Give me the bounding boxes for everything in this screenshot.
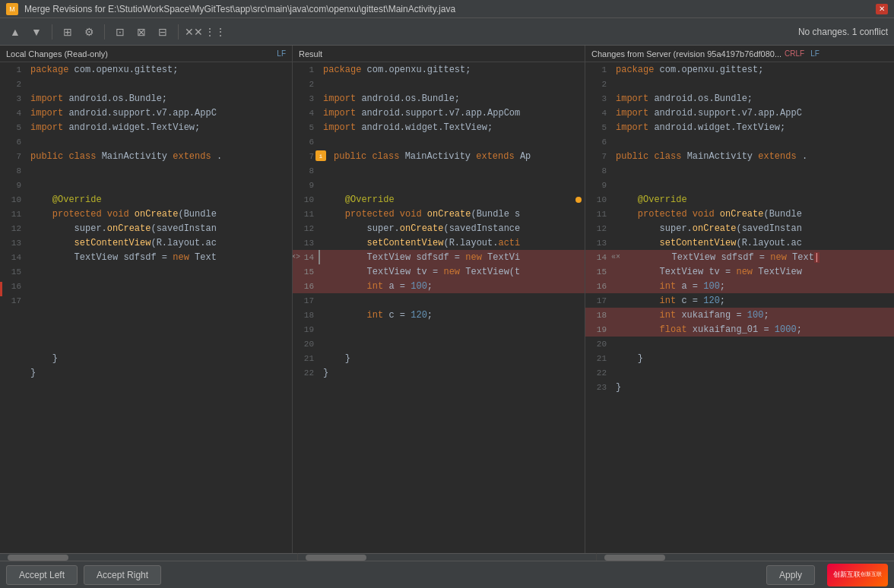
table-row: } (0, 365, 292, 380)
table-row: 9 (585, 178, 894, 192)
table-row: 17 (293, 293, 585, 308)
table-row: 8 (293, 163, 585, 178)
center-scrollbar-thumb[interactable] (306, 555, 366, 561)
table-row: 22 (585, 365, 894, 380)
table-row (0, 308, 292, 322)
table-row: 11 protected void onCreate(Bundle s (293, 207, 585, 221)
watermark: 创新互联 创新互联 (827, 564, 888, 586)
right-panel[interactable]: 1 package com.openxu.gittest; 2 3 import… (585, 62, 894, 553)
toolbar: ▲ ▼ ⊞ ⚙ ⊡ ⊠ ⊟ ✕✕ ⋮⋮ No changes. 1 confli… (0, 18, 894, 46)
button-a[interactable]: ⊡ (111, 23, 129, 41)
table-row: 6 (0, 134, 292, 149)
table-row: 4 import android.support.v7.app.AppCom (293, 106, 585, 120)
button-e[interactable]: ⋮⋮ (206, 23, 224, 41)
toggle-view-button[interactable]: ⊞ (59, 23, 77, 41)
conflict-marker-left: ×> (293, 253, 300, 261)
prev-change-button[interactable]: ▲ (6, 23, 24, 41)
left-scrollbar[interactable] (0, 553, 298, 561)
close-button[interactable]: ✕ (876, 4, 888, 14)
table-row: 22 } (293, 365, 585, 380)
table-row: 15 TextView tv = new TextView (585, 264, 894, 279)
title-bar: M Merge Revisions for E:\StutioWorkSpace… (0, 0, 894, 18)
table-row (0, 322, 292, 337)
apply-button[interactable]: Apply (766, 565, 815, 585)
left-panel-badge: LF (277, 49, 286, 58)
table-row: 11 protected void onCreate(Bundle (0, 207, 292, 221)
right-panel-title: Changes from Server (revision 95a4197b76… (591, 49, 781, 58)
table-row: 7 public class MainActivity extends . (0, 149, 292, 163)
table-row: } (0, 351, 292, 365)
table-row: 14 «× TextView sdfsdf = new Text| (585, 250, 894, 264)
left-column-header: Local Changes (Read-only) LF (0, 46, 293, 62)
table-row: 17 int c = 120; (585, 293, 894, 308)
settings-button[interactable]: ⚙ (80, 23, 98, 41)
table-row: 1 package com.openxu.gittest; (293, 62, 585, 77)
center-code-lines: 1 package com.openxu.gittest; 2 3 import… (293, 62, 585, 553)
button-c[interactable]: ⊟ (154, 23, 172, 41)
left-scrollbar-thumb[interactable] (8, 555, 68, 561)
table-row: 13 setContentView(R.layout.ac (585, 236, 894, 250)
button-b[interactable]: ⊠ (132, 23, 151, 41)
table-row: 13 setContentView(R.layout.ac (0, 236, 292, 250)
table-row: 3 import android.os.Bundle; (0, 91, 292, 106)
table-row: 1 package com.openxu.gittest; (585, 62, 894, 77)
table-row: 4 import android.support.v7.app.AppC (585, 106, 894, 120)
table-row: 3 import android.os.Bundle; (293, 91, 585, 106)
table-row: 16 int a = 100; (293, 279, 585, 293)
table-row: 6 (293, 134, 585, 149)
right-lf-badge: LF (810, 49, 820, 58)
left-panel-content[interactable]: 1 package com.openxu.gittest; 2 3 import… (0, 62, 292, 553)
bottom-bar: Accept Left Accept Right Apply 创新互联 创新互联 (0, 561, 894, 588)
left-panel[interactable]: 1 package com.openxu.gittest; 2 3 import… (0, 62, 293, 553)
window-title: Merge Revisions for E:\StutioWorkSpace\M… (24, 4, 455, 14)
center-line-cursor (319, 250, 320, 264)
accept-left-button[interactable]: Accept Left (6, 565, 78, 585)
right-crlf-badge: CRLF (785, 49, 804, 58)
table-row: 5 import android.widget.TextView; (293, 120, 585, 134)
center-panel-title: Result (299, 49, 322, 58)
table-row: 4 import android.support.v7.app.AppC (0, 106, 292, 120)
table-row: 18 int c = 120; (293, 308, 585, 322)
table-row: 20 (293, 337, 585, 351)
right-scrollbar[interactable] (597, 553, 894, 561)
table-row: 11 protected void onCreate(Bundle (585, 207, 894, 221)
table-row: 10 @Override (293, 192, 585, 207)
table-row: 12 super.onCreate(savedInstan (0, 221, 292, 236)
table-row: 2 (293, 77, 585, 91)
line-icon: i (315, 150, 326, 161)
right-code-lines: 1 package com.openxu.gittest; 2 3 import… (585, 62, 894, 553)
table-row: 16 int a = 100; (585, 279, 894, 293)
scrollbar-area[interactable] (0, 553, 894, 561)
editor-area: 1 package com.openxu.gittest; 2 3 import… (0, 62, 894, 553)
right-panel-content[interactable]: 1 package com.openxu.gittest; 2 3 import… (585, 62, 894, 553)
center-panel[interactable]: 1 package com.openxu.gittest; 2 3 import… (293, 62, 585, 553)
table-row: 6 (585, 134, 894, 149)
table-row: 20 (585, 337, 894, 351)
table-row: 3 import android.os.Bundle; (585, 91, 894, 106)
status-text: No changes. 1 conflict (798, 27, 888, 37)
table-row: 13 setContentView(R.layout.acti (293, 236, 585, 250)
table-row: 19 float xukaifang_01 = 1000; (585, 322, 894, 337)
table-row: 23 } (585, 380, 894, 394)
button-d[interactable]: ✕✕ (185, 23, 203, 41)
app-icon: M (6, 3, 18, 15)
table-row: 14 TextView sdfsdf = new Text (0, 250, 292, 264)
table-row: 19 (293, 322, 585, 337)
right-column-header: Changes from Server (revision 95a4197b76… (585, 46, 894, 62)
table-row: 5 import android.widget.TextView; (0, 120, 292, 134)
center-column-header: Result (293, 46, 585, 62)
toolbar-separator-3 (178, 24, 179, 40)
table-row: 7 public class MainActivity extends . (585, 149, 894, 163)
next-change-button[interactable]: ▼ (27, 23, 46, 41)
table-row: 5 import android.widget.TextView; (585, 120, 894, 134)
table-row: 15 (0, 264, 292, 279)
center-scrollbar[interactable] (298, 553, 596, 561)
change-dot (575, 197, 582, 203)
table-row: 16 (0, 279, 292, 293)
table-row: 1 package com.openxu.gittest; (0, 62, 292, 77)
table-row: 15 TextView tv = new TextView(t (293, 264, 585, 279)
table-row: 12 super.onCreate(savedInstan (585, 221, 894, 236)
right-scrollbar-thumb[interactable] (604, 555, 665, 561)
accept-right-button[interactable]: Accept Right (84, 565, 161, 585)
center-panel-content[interactable]: 1 package com.openxu.gittest; 2 3 import… (293, 62, 585, 553)
